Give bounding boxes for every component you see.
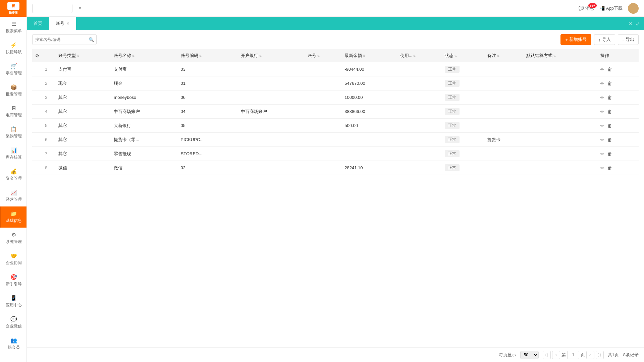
sidebar-item-ecommerce-mgmt[interactable]: 🖥 电商管理: [0, 101, 26, 122]
cell-bank: [238, 62, 305, 76]
page-first-btn[interactable]: ⟨⟨: [543, 351, 551, 359]
message-btn[interactable]: 💬 消息 99+: [579, 5, 594, 11]
edit-btn[interactable]: ✏: [600, 123, 604, 128]
sidebar-item-search-menu[interactable]: ☰ 搜索菜单: [0, 17, 26, 38]
delete-btn[interactable]: 🗑: [607, 109, 612, 114]
col-usage[interactable]: 使用...⇅: [397, 49, 442, 62]
topbar-dropdown-icon[interactable]: ▼: [78, 6, 82, 11]
quick-nav-icon: ⚡: [10, 42, 17, 48]
col-default-settle[interactable]: 默认结算方式⇅: [524, 49, 597, 62]
cell-remark: [485, 62, 524, 76]
delete-btn[interactable]: 🗑: [607, 81, 612, 86]
edit-btn[interactable]: ✏: [600, 67, 604, 72]
cell-status: 正常: [442, 161, 485, 175]
col-name[interactable]: 账号名称⇅: [111, 49, 178, 62]
sidebar-item-operation-mgmt[interactable]: 📈 经营管理: [0, 185, 26, 206]
col-settings[interactable]: ⚙: [32, 49, 42, 62]
cell-status: 正常: [442, 90, 485, 105]
tabbar: 首页 账号 ✕ ✕ ⤢: [27, 17, 644, 30]
toolbar-right: + 新增账号 ↑ 导入 ↓ 导出: [560, 34, 639, 45]
edit-btn[interactable]: ✏: [600, 81, 604, 86]
sidebar-item-retail-mgmt[interactable]: 🛒 零售管理: [0, 59, 26, 80]
col-type[interactable]: 账号类型⇅: [56, 49, 111, 62]
delete-btn[interactable]: 🗑: [607, 151, 612, 157]
col-account[interactable]: 账号⇅: [305, 49, 342, 62]
sidebar-item-app-center[interactable]: 📱 应用中心: [0, 291, 26, 312]
add-account-button[interactable]: + 新增账号: [560, 34, 591, 45]
col-balance[interactable]: 最新余额⇅: [342, 49, 397, 62]
page-next-btn[interactable]: ＞: [586, 351, 594, 359]
guide-icon: 🎯: [10, 274, 17, 280]
tab-home[interactable]: 首页: [27, 17, 49, 30]
cell-operation: ✏ 🗑: [598, 119, 639, 133]
cell-code: 05: [178, 119, 238, 133]
cell-settings: [32, 133, 42, 147]
page-number-input[interactable]: [567, 351, 579, 359]
sidebar-item-quick-nav[interactable]: ⚡ 快捷导航: [0, 38, 26, 59]
cell-remark: [485, 161, 524, 175]
table-row: 8 微信 微信 02 28241.10 正常 ✏ 🗑: [32, 161, 639, 175]
cell-account: [305, 90, 342, 105]
topbar-search-input[interactable]: [32, 4, 72, 13]
cell-account: [305, 147, 342, 161]
delete-btn[interactable]: 🗑: [607, 137, 612, 142]
delete-btn[interactable]: 🗑: [607, 67, 612, 72]
delete-btn[interactable]: 🗑: [607, 95, 612, 100]
topbar-right: 💬 消息 99+ 📲 App下载: [579, 3, 639, 14]
cell-name: 微信: [111, 161, 178, 175]
import-button[interactable]: ↑ 导入: [594, 34, 615, 45]
cell-bank: [238, 147, 305, 161]
page-size-select[interactable]: 50 100 200: [520, 351, 539, 359]
delete-btn[interactable]: 🗑: [607, 165, 612, 171]
tab-account[interactable]: 账号 ✕: [49, 17, 76, 30]
app-download-btn[interactable]: 📲 App下载: [599, 5, 623, 11]
tab-close-icon[interactable]: ✕: [66, 21, 69, 26]
import-icon: ↑: [598, 37, 601, 42]
edit-btn[interactable]: ✏: [600, 151, 604, 157]
edit-btn[interactable]: ✏: [600, 137, 604, 142]
tab-expand-icon[interactable]: ⤢: [636, 20, 640, 27]
sidebar-item-enterprise-agreement[interactable]: 🤝 企业协同: [0, 249, 26, 270]
sidebar-item-inventory-calc[interactable]: 📊 库存核算: [0, 143, 26, 164]
user-avatar[interactable]: [628, 3, 639, 14]
edit-btn[interactable]: ✏: [600, 109, 604, 114]
sidebar-item-wholesale-mgmt[interactable]: 📦 批发管理: [0, 80, 26, 101]
edit-btn[interactable]: ✏: [600, 165, 604, 171]
cell-usage: [397, 119, 442, 133]
sidebar-item-system-mgmt[interactable]: ⚙ 系统管理: [0, 228, 26, 249]
search-input[interactable]: [33, 35, 86, 45]
sidebar-item-beginner-guide[interactable]: 🎯 新手引导: [0, 270, 26, 291]
table-wrap: ⚙ 账号类型⇅ 账号名称⇅ 账号编码⇅ 开户银行⇅ 账号⇅ 最新余额⇅ 使用..…: [27, 49, 644, 347]
page-prev-btn[interactable]: ＜: [552, 351, 560, 359]
sidebar-item-member[interactable]: 👥 畅会员: [0, 333, 26, 354]
tab-close-all-icon[interactable]: ✕: [629, 20, 633, 27]
search-button[interactable]: 🔍: [86, 35, 96, 45]
sidebar-item-finance-mgmt[interactable]: 💰 资金管理: [0, 164, 26, 185]
add-label: 新增账号: [569, 37, 587, 43]
sidebar-item-purchase-mgmt[interactable]: 📋 采购管理: [0, 122, 26, 143]
cell-type: 其它: [56, 119, 111, 133]
col-index: [42, 49, 56, 62]
col-remark[interactable]: 备注⇅: [485, 49, 524, 62]
sidebar-item-enterprise-wechat[interactable]: 💬 企业微信: [0, 312, 26, 333]
col-bank[interactable]: 开户银行⇅: [238, 49, 305, 62]
delete-btn[interactable]: 🗑: [607, 123, 612, 128]
cell-index: 4: [42, 105, 56, 119]
logo-text: 畅捷版: [9, 11, 18, 15]
sort-type-icon: ⇅: [76, 54, 79, 58]
cell-type: 其它: [56, 105, 111, 119]
search-menu-icon: ☰: [11, 21, 16, 27]
edit-btn[interactable]: ✏: [600, 95, 604, 100]
sidebar-item-basic-info[interactable]: 📁 基础信息: [0, 206, 26, 228]
col-status[interactable]: 状态⇅: [442, 49, 485, 62]
cell-type: 微信: [56, 161, 111, 175]
sidebar-item-label: 零售管理: [6, 70, 22, 76]
export-button[interactable]: ↓ 导出: [618, 34, 639, 45]
sort-bank-icon: ⇅: [259, 54, 262, 58]
cell-usage: [397, 105, 442, 119]
page-last-btn[interactable]: ⟩⟩: [596, 351, 604, 359]
col-code[interactable]: 账号编码⇅: [178, 49, 238, 62]
table-row: 5 其它 大新银行 05 500.00 正常 ✏ 🗑: [32, 119, 639, 133]
cell-balance: [342, 147, 397, 161]
cell-balance: 28241.10: [342, 161, 397, 175]
